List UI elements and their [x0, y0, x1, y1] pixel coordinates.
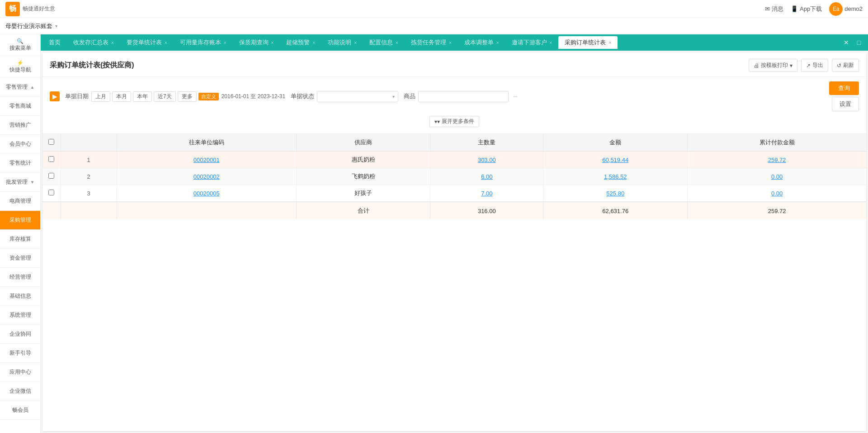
sidebar-item-enterprise-wechat[interactable]: 企业微信 [0, 382, 40, 401]
tab-purchase-order-stats-close[interactable]: × [609, 40, 611, 45]
tab-pick-task[interactable]: 拣货任务管理 × [405, 36, 458, 49]
filter-more-btn[interactable]: ··· [513, 93, 518, 100]
nav-tabs-actions: ✕ □ [841, 37, 866, 48]
date-btn-last7days[interactable]: 近7天 [154, 91, 176, 102]
tab-receive-send-close[interactable]: × [111, 40, 114, 45]
tab-pick-task-close[interactable]: × [449, 40, 452, 45]
row-1-checkbox[interactable] [48, 156, 54, 162]
sidebar-enterprise-collab-label: 企业协同 [9, 330, 31, 338]
row-1-partner-code: 00020001 [117, 152, 296, 168]
row-2-supplier: 飞鹤奶粉 [296, 168, 430, 185]
row-3-amount-link[interactable]: 525.80 [606, 190, 624, 197]
sidebar-item-ops-mgmt[interactable]: 经营管理 [0, 268, 40, 287]
sidebar-item-retail-management[interactable]: 零售管理 ▲ [0, 78, 40, 97]
close-all-tabs-btn[interactable]: ✕ [841, 37, 852, 48]
date-btn-more[interactable]: 更多 [178, 91, 197, 102]
date-btn-last-month[interactable]: 上月 [91, 91, 110, 102]
refresh-btn[interactable]: ↺ 刷新 [832, 59, 859, 72]
tab-invite-downstream-close[interactable]: × [550, 40, 552, 45]
tab-shelf-life[interactable]: 保质期查询 × [233, 36, 280, 49]
tab-home-label: 首页 [49, 38, 61, 47]
tab-cost-adjust[interactable]: 成本调整单 × [458, 36, 505, 49]
print-btn[interactable]: 🖨 按模板打印 ▾ [749, 59, 797, 72]
tab-function-desc[interactable]: 功能说明 × [321, 36, 363, 49]
sidebar-item-ecommerce-mgmt[interactable]: 电商管理 [0, 192, 40, 211]
tab-overstock-warn[interactable]: 超储预警 × [280, 36, 321, 49]
tab-home[interactable]: 首页 [42, 36, 67, 49]
row-1-main-qty: 303.00 [430, 152, 543, 168]
row-3-cumulative-paid: 0.00 [688, 185, 866, 202]
row-1-partner-code-link[interactable]: 00020001 [193, 157, 220, 163]
row-3-cumulative-paid-link[interactable]: 0.00 [771, 190, 783, 197]
maximize-btn[interactable]: □ [854, 37, 864, 48]
sidebar-item-basic-info[interactable]: 基础信息 [0, 287, 40, 306]
row-1-checkbox-cell [42, 152, 61, 168]
date-btn-this-year[interactable]: 本年 [133, 91, 152, 102]
query-btn[interactable]: 查询 [829, 81, 859, 95]
row-2-main-qty-link[interactable]: 6.00 [481, 173, 492, 180]
sidebar-item-retail-stats[interactable]: 零售统计 [0, 154, 40, 173]
sidebar-quicknav[interactable]: ⚡ 快捷导航 [0, 56, 40, 78]
tab-available-stock-close[interactable]: × [224, 40, 226, 45]
message-btn[interactable]: ✉ 消息 [765, 5, 783, 13]
row-1-amount: 60,519.44 [543, 152, 688, 168]
quicknav-icon: ⚡ [17, 60, 24, 66]
th-cumulative-paid: 累计付款金额 [688, 134, 866, 152]
sidebar-item-vip-member[interactable]: 畅会员 [0, 401, 40, 420]
export-btn[interactable]: ↗ 导出 [801, 59, 828, 72]
app-download-btn[interactable]: 📱 App下载 [791, 5, 822, 13]
date-btn-this-month[interactable]: 本月 [112, 91, 131, 102]
user-avatar-text: Ea [833, 6, 840, 12]
date-range-display: 2016-01-01 至 2023-12-31 [222, 93, 285, 100]
filter-toggle-btn[interactable]: ▶ [50, 91, 60, 101]
sidebar-item-marketing[interactable]: 营销推广 [0, 116, 40, 135]
tab-cost-adjust-close[interactable]: × [496, 40, 499, 45]
sidebar-item-inventory-check[interactable]: 库存核算 [0, 230, 40, 249]
message-icon: ✉ [765, 5, 770, 12]
sidebar-item-purchase-mgmt[interactable]: 采购管理 [0, 211, 40, 230]
row-3-checkbox[interactable] [48, 190, 54, 195]
sidebar-item-member-center[interactable]: 会员中心 [0, 135, 40, 154]
tab-receive-send[interactable]: 收发存汇总表 × [67, 36, 120, 49]
filter-goods-input[interactable] [418, 91, 509, 102]
footer-empty-3 [117, 202, 296, 219]
row-1-main-qty-link[interactable]: 303.00 [478, 157, 496, 163]
row-3-main-qty-link[interactable]: 7.00 [481, 190, 492, 197]
row-2-checkbox[interactable] [48, 173, 54, 179]
tab-shelf-life-close[interactable]: × [271, 40, 274, 45]
tab-config-info[interactable]: 配置信息 × [363, 36, 405, 49]
tab-order-stats[interactable]: 要货单统计表 × [120, 36, 174, 49]
sidebar-item-app-center[interactable]: 应用中心 [0, 363, 40, 382]
row-2-cumulative-paid-link[interactable]: 0.00 [771, 173, 783, 180]
tab-order-stats-close[interactable]: × [165, 40, 167, 45]
user-profile[interactable]: Ea demo2 [829, 2, 863, 16]
workspace-selector[interactable]: 母婴行业演示账套 ▾ [5, 22, 57, 30]
row-1-num: 1 [61, 152, 117, 168]
sidebar-item-new-guide[interactable]: 新手引导 [0, 344, 40, 363]
row-1-cumulative-paid-link[interactable]: 259.72 [768, 157, 786, 163]
tab-invite-downstream[interactable]: 邀请下游客户 × [505, 36, 559, 49]
filter-status-select[interactable] [317, 91, 398, 102]
sidebar-search[interactable]: 🔍 搜索菜单 [0, 34, 40, 56]
sidebar-item-wholesale-mgmt[interactable]: 批发管理 ▼ [0, 173, 40, 192]
row-2-amount: 1,586.52 [543, 168, 688, 185]
row-2-amount-link[interactable]: 1,586.52 [604, 173, 627, 180]
logo-icon: 畅 [5, 2, 20, 16]
expand-conditions-btn[interactable]: ▾▾ 展开更多条件 [429, 116, 479, 127]
tab-config-info-close[interactable]: × [396, 40, 398, 45]
row-3-partner-code-link[interactable]: 00020005 [193, 190, 220, 197]
tab-purchase-order-stats[interactable]: 采购订单统计表 × [558, 36, 618, 49]
tab-overstock-warn-close[interactable]: × [312, 40, 315, 45]
print-icon: 🖨 [754, 62, 759, 69]
tab-available-stock[interactable]: 可用量库存账本 × [174, 36, 233, 49]
select-all-checkbox[interactable] [48, 139, 54, 145]
row-1-amount-link[interactable]: 60,519.44 [602, 157, 628, 163]
sidebar-item-system-mgmt[interactable]: 系统管理 [0, 306, 40, 325]
sidebar-item-retail-mall[interactable]: 零售商城 [0, 97, 40, 116]
top-bar: 畅 畅捷通好生意 ✉ 消息 📱 App下载 Ea demo2 [0, 0, 868, 18]
row-2-partner-code-link[interactable]: 00020002 [193, 173, 220, 180]
sidebar-item-enterprise-collab[interactable]: 企业协同 [0, 325, 40, 344]
sidebar-item-finance-mgmt[interactable]: 资金管理 [0, 249, 40, 268]
tab-function-desc-close[interactable]: × [354, 40, 357, 45]
settings-btn[interactable]: 设置 [832, 97, 859, 111]
